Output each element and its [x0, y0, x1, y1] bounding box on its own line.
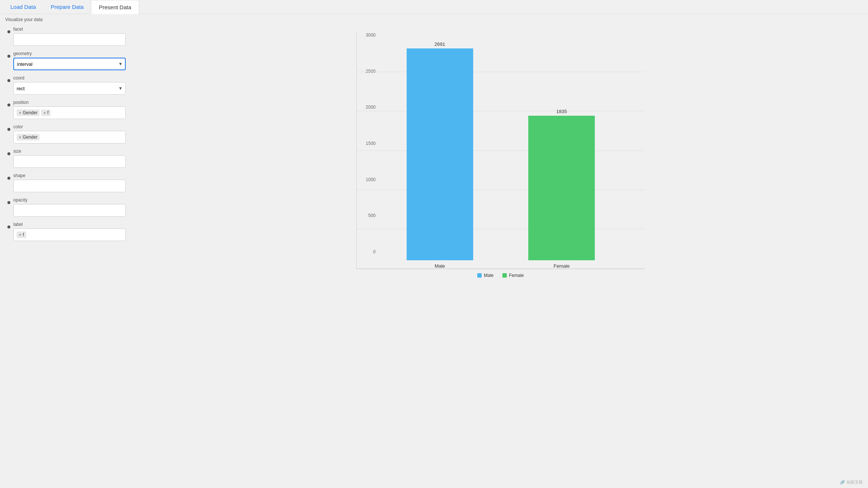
color-tag-gender: × Gender — [17, 134, 40, 140]
position-tag-gender: × Gender — [17, 109, 40, 116]
legend-label-female: Female — [509, 273, 524, 278]
bullet-label-field — [7, 226, 10, 228]
position-tag-f-label: f — [47, 110, 48, 115]
chart-container: 3000 2500 2000 1500 1000 500 0 — [356, 33, 645, 278]
bullet-size — [7, 152, 10, 155]
bar-male-value: 2691 — [407, 41, 473, 47]
tab-prepare-data[interactable]: Prepare Data — [43, 0, 91, 14]
field-position: position × Gender × f — [7, 100, 126, 119]
label-tag-f-remove[interactable]: × — [19, 233, 21, 237]
tab-bar: Load Data Prepare Data Present Data — [0, 0, 868, 14]
page-subtitle: Visualize your data — [0, 14, 868, 25]
opacity-inner: opacity — [13, 197, 126, 217]
field-shape: shape — [7, 173, 126, 192]
shape-label: shape — [13, 173, 126, 178]
size-input[interactable] — [13, 155, 126, 168]
legend-label-male: Male — [484, 273, 494, 278]
legend-dot-male — [477, 273, 482, 278]
shape-input[interactable] — [13, 180, 126, 192]
color-label: color — [13, 124, 126, 129]
geometry-select[interactable]: interval point line area — [13, 58, 126, 70]
tab-present-data[interactable]: Present Data — [91, 0, 139, 14]
bar-female-rect — [528, 116, 595, 260]
bar-female-value: 1835 — [528, 109, 595, 114]
chart-area: 3000 2500 2000 1500 1000 500 0 — [133, 25, 868, 285]
field-size: size — [7, 149, 126, 168]
field-color: color × Gender — [7, 124, 126, 143]
bar-male-label: Male — [435, 263, 445, 269]
position-tag-f-remove[interactable]: × — [43, 111, 45, 115]
facet-label: facet — [13, 27, 126, 32]
field-coord: coord rect polar theta ▼ — [7, 75, 126, 95]
field-label: label × f — [7, 222, 126, 241]
facet-input[interactable] — [13, 33, 126, 46]
color-tag-gender-label: Gender — [23, 135, 37, 140]
label-tag-f-label: f — [23, 232, 24, 237]
legend-item-male: Male — [477, 273, 494, 278]
coord-label: coord — [13, 75, 126, 81]
bullet-shape — [7, 177, 10, 180]
bar-male-rect — [407, 48, 473, 260]
size-label: size — [13, 149, 126, 154]
color-tag-gender-remove[interactable]: × — [19, 135, 21, 139]
field-opacity: opacity — [7, 197, 126, 217]
geometry-inner: geometry interval point line area ▼ — [13, 51, 126, 70]
label-tag-input[interactable]: × f — [13, 228, 126, 241]
geometry-label: geometry — [13, 51, 126, 56]
position-tag-gender-remove[interactable]: × — [19, 111, 21, 115]
bullet-color — [7, 128, 10, 131]
bullet-position — [7, 104, 10, 106]
opacity-input[interactable] — [13, 204, 126, 217]
legend-dot-female — [502, 273, 507, 278]
bar-group-female: 1835 Female — [501, 33, 623, 269]
bullet-geometry — [7, 55, 10, 58]
geometry-select-wrapper: interval point line area ▼ — [13, 58, 126, 70]
label-tag-f: × f — [17, 231, 26, 238]
chart-legend: Male Female — [356, 273, 645, 278]
main-content: facet geometry interval point line area … — [0, 25, 868, 285]
coord-inner: coord rect polar theta ▼ — [13, 75, 126, 95]
color-inner: color × Gender — [13, 124, 126, 143]
bullet-opacity — [7, 201, 10, 204]
opacity-label: opacity — [13, 197, 126, 203]
tab-load-data[interactable]: Load Data — [3, 0, 43, 14]
legend-item-female: Female — [502, 273, 524, 278]
bars-area: 2691 Male 1835 Female — [356, 33, 645, 269]
bar-male: 2691 — [407, 41, 473, 260]
size-inner: size — [13, 149, 126, 168]
bar-chart-wrapper: 3000 2500 2000 1500 1000 500 0 — [356, 33, 645, 269]
color-tag-input[interactable]: × Gender — [13, 131, 126, 143]
coord-select[interactable]: rect polar theta — [13, 82, 126, 95]
position-inner: position × Gender × f — [13, 100, 126, 119]
bullet-coord — [7, 79, 10, 82]
shape-inner: shape — [13, 173, 126, 192]
position-tag-gender-label: Gender — [23, 110, 37, 115]
sidebar: facet geometry interval point line area … — [0, 25, 133, 285]
position-tag-input[interactable]: × Gender × f — [13, 106, 126, 119]
bar-female: 1835 — [528, 109, 595, 260]
coord-select-wrapper: rect polar theta ▼ — [13, 82, 126, 95]
label-field-label: label — [13, 222, 126, 227]
position-label: position — [13, 100, 126, 105]
label-inner: label × f — [13, 222, 126, 241]
field-facet: facet — [7, 27, 126, 46]
field-geometry: geometry interval point line area ▼ — [7, 51, 126, 70]
facet-inner: facet — [13, 27, 126, 46]
bar-group-male: 2691 Male — [379, 33, 501, 269]
position-tag-f: × f — [41, 109, 51, 116]
bar-female-label: Female — [554, 263, 570, 269]
bullet-facet — [7, 30, 10, 33]
